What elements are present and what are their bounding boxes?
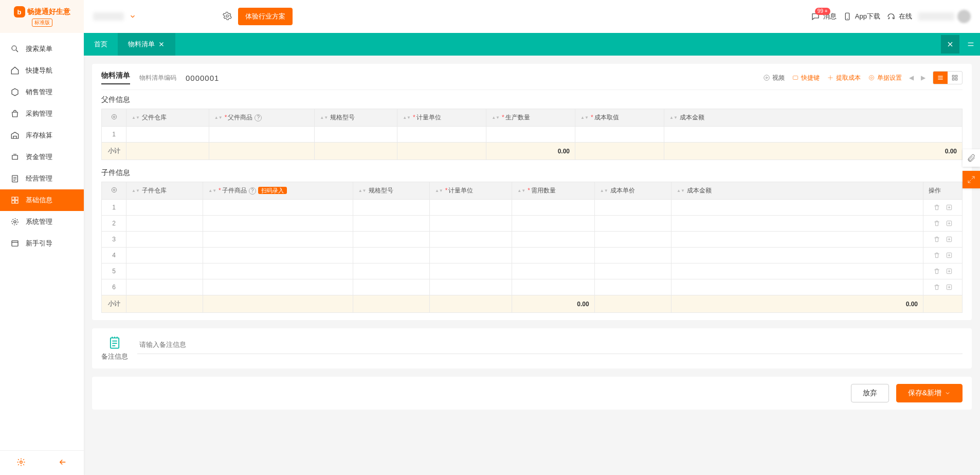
child-section-title: 子件信息 xyxy=(101,168,963,178)
sidebar-item-label: 基础信息 xyxy=(26,196,52,205)
svg-rect-16 xyxy=(952,75,954,77)
add-row-icon[interactable] xyxy=(946,220,953,227)
col-child-unit[interactable]: ▲▼计量单位 xyxy=(429,182,512,200)
view-list[interactable] xyxy=(933,72,948,84)
logo-text: 畅捷通好生意 xyxy=(27,7,70,16)
col-operations: 操作 xyxy=(923,182,963,200)
help-icon[interactable]: ? xyxy=(255,114,262,121)
help-icon[interactable]: ? xyxy=(249,187,256,195)
col-parent-product[interactable]: ▲▼父件商品? xyxy=(209,109,315,127)
svg-point-23 xyxy=(112,187,116,192)
code-label: 物料清单编码 xyxy=(139,74,176,82)
sidebar-item-nav[interactable]: 快捷导航 xyxy=(0,60,84,81)
topbar: 体验行业方案 99 + 消息 App下载 在线 xyxy=(84,0,980,33)
org-selector[interactable] xyxy=(93,12,216,21)
settings-gear-icon[interactable] xyxy=(16,458,26,468)
sidebar-item-label: 搜索菜单 xyxy=(26,44,52,54)
action-shortcut[interactable]: 快捷键 xyxy=(792,74,820,82)
col-child-qty[interactable]: ▲▼需用数量 xyxy=(512,182,594,200)
col-child-unit-cost[interactable]: ▲▼成本单价 xyxy=(594,182,671,200)
table-row[interactable]: 2 xyxy=(102,216,963,232)
close-icon[interactable] xyxy=(158,41,165,48)
add-row-icon[interactable] xyxy=(946,284,953,291)
sidebar-item-business[interactable]: 经营管理 xyxy=(0,168,84,189)
col-parent-spec[interactable]: ▲▼规格型号 xyxy=(315,109,397,127)
sidebar-item-basic[interactable]: 基础信息 xyxy=(0,189,84,211)
tabs-more[interactable] xyxy=(961,35,980,54)
scan-entry-tag[interactable]: 扫码录入 xyxy=(258,187,287,194)
collapse-icon[interactable] xyxy=(58,458,67,468)
online-label: 在线 xyxy=(899,12,912,21)
delete-icon[interactable] xyxy=(933,252,940,259)
page-title: 物料清单 xyxy=(101,71,130,84)
save-new-button[interactable]: 保存&新增 xyxy=(896,384,963,402)
sidebar-item-fund[interactable]: 资金管理 xyxy=(0,146,84,168)
attachment-handle[interactable] xyxy=(963,149,980,167)
sidebar-item-sales[interactable]: 销售管理 xyxy=(0,81,84,103)
user-area[interactable] xyxy=(918,10,971,23)
table-row[interactable]: 1 xyxy=(102,127,963,143)
home-icon xyxy=(10,66,20,75)
expand-handle[interactable] xyxy=(963,171,980,188)
sidebar-item-search[interactable]: 搜索菜单 xyxy=(0,38,84,60)
col-parent-warehouse[interactable]: ▲▼父件仓库 xyxy=(126,109,209,127)
online-link[interactable]: 在线 xyxy=(886,12,912,21)
cta-button[interactable]: 体验行业方案 xyxy=(238,8,293,25)
col-parent-unit[interactable]: ▲▼计量单位 xyxy=(397,109,486,127)
col-parent-cost-amount[interactable]: ▲▼成本金额 xyxy=(664,109,963,127)
add-row-icon[interactable] xyxy=(946,204,953,211)
col-settings[interactable] xyxy=(102,109,126,127)
tabs-close-all[interactable] xyxy=(941,35,959,54)
col-child-spec[interactable]: ▲▼规格型号 xyxy=(353,182,429,200)
tab-home[interactable]: 首页 xyxy=(84,33,118,56)
add-row-icon[interactable] xyxy=(946,268,953,275)
svg-point-0 xyxy=(12,46,16,50)
col-parent-cost-basis[interactable]: ▲▼成本取值 xyxy=(575,109,664,127)
delete-icon[interactable] xyxy=(933,284,940,291)
table-row[interactable]: 5 xyxy=(102,263,963,279)
action-video[interactable]: 视频 xyxy=(763,74,785,82)
remark-input[interactable] xyxy=(137,336,963,354)
delete-icon[interactable] xyxy=(933,236,940,243)
add-row-icon[interactable] xyxy=(946,252,953,259)
discard-button[interactable]: 放弃 xyxy=(851,384,889,402)
sidebar-item-system[interactable]: 系统管理 xyxy=(0,211,84,233)
view-card[interactable] xyxy=(948,72,962,84)
sidebar-item-purchase[interactable]: 采购管理 xyxy=(0,103,84,125)
table-row[interactable]: 3 xyxy=(102,232,963,248)
col-child-product[interactable]: ▲▼子件商品?扫码录入 xyxy=(203,182,353,200)
sidebar-item-inventory[interactable]: 库存核算 xyxy=(0,125,84,146)
sidebar-item-label: 销售管理 xyxy=(26,87,52,97)
col-child-warehouse[interactable]: ▲▼子件仓库 xyxy=(126,182,203,200)
warehouse-icon xyxy=(10,131,20,140)
delete-icon[interactable] xyxy=(933,220,940,227)
code-value: 0000001 xyxy=(186,74,219,82)
col-child-cost-amount[interactable]: ▲▼成本金额 xyxy=(672,182,923,200)
add-row-icon[interactable] xyxy=(946,236,953,243)
delete-icon[interactable] xyxy=(933,268,940,275)
messages-link[interactable]: 99 + 消息 xyxy=(811,12,837,21)
col-settings[interactable] xyxy=(102,182,126,200)
action-extract-cost[interactable]: 提取成本 xyxy=(827,74,861,82)
prev-record[interactable]: ◀ xyxy=(909,74,914,81)
action-receipt-settings[interactable]: 单据设置 xyxy=(868,74,902,82)
chevron-down-icon xyxy=(945,390,951,396)
download-label: App下载 xyxy=(855,12,880,21)
col-parent-qty[interactable]: ▲▼生产数量 xyxy=(486,109,575,127)
page-tabs: 首页 物料清单 xyxy=(84,33,980,56)
user-name-masked xyxy=(918,12,954,21)
action-label: 快捷键 xyxy=(801,74,820,82)
table-row[interactable]: 6 xyxy=(102,279,963,295)
table-row[interactable]: 1 xyxy=(102,200,963,216)
org-settings-icon[interactable] xyxy=(223,11,232,22)
next-record[interactable]: ▶ xyxy=(921,74,925,81)
app-download-link[interactable]: App下载 xyxy=(843,12,880,21)
tab-bom[interactable]: 物料清单 xyxy=(118,33,175,56)
clipboard-icon xyxy=(10,174,20,183)
table-row[interactable]: 4 xyxy=(102,248,963,263)
sidebar-item-guide[interactable]: 新手引导 xyxy=(0,233,84,254)
svg-rect-4 xyxy=(12,201,14,203)
view-toggle xyxy=(933,71,963,84)
svg-point-21 xyxy=(112,114,116,119)
delete-icon[interactable] xyxy=(933,204,940,211)
